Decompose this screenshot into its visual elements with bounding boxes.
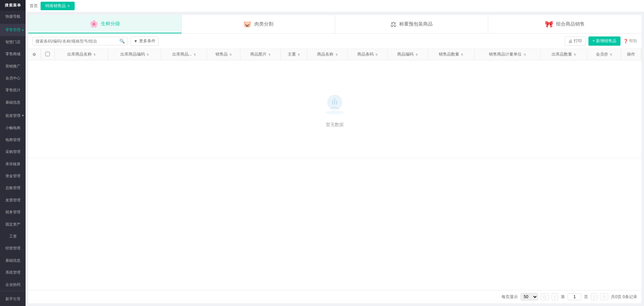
search-box[interactable]: 🔍 <box>32 37 128 45</box>
sidebar-item-invoice-mgmt[interactable]: 发票管理 <box>0 194 26 206</box>
cat-tab-combo-sale[interactable]: 🎀 组合商品销售 <box>488 15 641 33</box>
svg-point-0 <box>325 110 344 114</box>
sidebar-item-sys-mgmt[interactable]: 系统管理 <box>0 266 26 278</box>
col-out-code-label: 出库商品编码 <box>120 52 145 57</box>
page-prev-button[interactable]: ⟨ <box>552 293 558 300</box>
sort-icon-out-name: ⇅ <box>93 53 96 56</box>
col-checkbox[interactable] <box>41 49 55 60</box>
filter-button[interactable]: ▼ 更多条件 <box>131 36 159 46</box>
breadcrumb-home[interactable]: 首页 <box>30 3 38 9</box>
data-table: ⚙ 出库商品名称 ⇅ 出库商品编码 ⇅ 出库商品... ⇅ <box>28 49 641 158</box>
col-goods-name-label: 商品名称 <box>317 52 333 57</box>
col-sale-item[interactable]: 销售品 ⇅ <box>207 49 240 60</box>
sidebar-item-basic-info2[interactable]: 基础信息 <box>0 255 26 266</box>
col-sale-unit[interactable]: 销售商品计量单位 ⇅ <box>474 49 541 60</box>
pagination-bar: 每页显示 10 20 50 100 ⟨⟨ ⟨ 第 页 ⟩ ⟩⟩ 共0页 0条记录 <box>28 290 641 303</box>
select-all-checkbox[interactable] <box>45 52 50 56</box>
help-label: 帮助 <box>629 38 637 44</box>
new-button[interactable]: + 新增销售品 <box>588 36 620 46</box>
sort-icon-out-spec: ⇅ <box>194 53 196 56</box>
help-button[interactable]: ❓ 帮助 <box>623 38 637 44</box>
close-tab-icon[interactable]: ✕ <box>67 4 70 8</box>
sidebar-logo[interactable]: 搜索菜单 <box>0 0 26 11</box>
page-last-button[interactable]: ⟩⟩ <box>600 293 608 300</box>
sidebar-item-marketing[interactable]: 营销推广 <box>0 60 26 72</box>
sidebar-item-retail-mall[interactable]: 零售商城 <box>0 48 26 60</box>
sidebar-item-smart-store[interactable]: 智慧门店 <box>0 36 26 48</box>
col-out-qty[interactable]: 出库品数量 ⇅ <box>541 49 587 60</box>
sidebar-item-basic-info[interactable]: 基础信息 <box>0 96 26 108</box>
cat-tab-weight-pkg-label: 称重预包装商品 <box>399 21 433 27</box>
page-size-label: 每页显示 <box>501 294 518 300</box>
sidebar-item-ecom-mgmt[interactable]: 电商管理 <box>0 134 26 146</box>
cat-tab-weight-pkg[interactable]: ⚖ 称重预包装商品 <box>335 15 489 33</box>
sort-icon-sale-qty: ⇅ <box>461 53 463 56</box>
sidebar-item-mini-ecom[interactable]: 小畅电商 <box>0 122 26 134</box>
sidebar-item-ops-mgmt[interactable]: 经营管理 <box>0 242 26 254</box>
settings-icon-btn[interactable]: ⚙ <box>0 304 26 306</box>
combo-sale-icon: 🎀 <box>545 20 553 28</box>
sidebar-item-member-center[interactable]: 会员中心 <box>0 72 26 84</box>
sidebar-item-quick-nav[interactable]: 快捷导航 <box>0 11 26 22</box>
active-tab-label: 特殊销售品 <box>45 3 66 9</box>
page-size-select[interactable]: 10 20 50 100 <box>521 293 538 301</box>
cat-tab-meat-cut[interactable]: 🐷 肉类分割 <box>182 15 335 33</box>
cat-tab-fresh-grade-label: 生鲜分级 <box>101 21 120 27</box>
col-img[interactable]: 商品图片 ⇅ <box>240 49 281 60</box>
sidebar-item-salary[interactable]: 工资 <box>0 230 26 242</box>
active-tab-pill[interactable]: 特殊销售品 ✕ <box>41 2 75 10</box>
search-input[interactable] <box>35 39 119 44</box>
col-out-spec[interactable]: 出库商品... ⇅ <box>161 49 207 60</box>
sort-icon-goods-name: ⇅ <box>335 53 338 56</box>
print-button[interactable]: 🖨 打印 <box>565 36 586 46</box>
col-barcode-label: 商品条码 <box>357 52 374 57</box>
new-label: + 新增销售品 <box>593 38 616 44</box>
col-weight[interactable]: 主重 ⇅ <box>281 49 308 60</box>
page-suffix: 页 <box>584 294 588 300</box>
col-member-price[interactable]: 会员价 ⇅ <box>587 49 621 60</box>
cat-tab-fresh-grade[interactable]: 🌸 生鲜分级 <box>28 15 182 33</box>
sidebar-item-newbie[interactable]: 新手引导 <box>0 294 26 304</box>
page-label: 第 <box>561 294 565 300</box>
toolbar-right: 🖨 打印 + 新增销售品 ❓ 帮助 <box>565 36 637 46</box>
sidebar-item-tax-mgmt[interactable]: 税务管理 <box>0 206 26 218</box>
sort-icon-barcode: ⇅ <box>375 53 378 56</box>
empty-illustration <box>321 90 348 118</box>
col-out-code[interactable]: 出库商品编码 ⇅ <box>108 49 161 60</box>
filter-label: 更多条件 <box>139 38 155 44</box>
svg-rect-3 <box>332 100 333 105</box>
col-goods-code[interactable]: 商品编码 ⇅ <box>388 49 428 60</box>
col-settings[interactable]: ⚙ <box>28 49 41 60</box>
sidebar-item-retail-stats[interactable]: 零售统计 <box>0 84 26 96</box>
sidebar-item-inventory[interactable]: 库存核算 <box>0 158 26 170</box>
sidebar-item-capital-mgmt[interactable]: 资金管理 <box>0 170 26 182</box>
page-next-button[interactable]: ⟩ <box>591 293 597 300</box>
sidebar-item-wholesale-mgmt[interactable]: 批发管理 <box>0 110 26 122</box>
sort-icon-img: ⇅ <box>268 53 271 56</box>
col-out-spec-label: 出库商品... <box>172 52 192 57</box>
col-barcode[interactable]: 商品条码 ⇅ <box>347 49 388 60</box>
sidebar-item-purchase-mgmt[interactable]: 采购管理 <box>0 146 26 158</box>
search-icon[interactable]: 🔍 <box>119 39 125 44</box>
sidebar-item-retail-mgmt[interactable]: 零售管理 <box>0 24 26 36</box>
page-first-button[interactable]: ⟨⟨ <box>541 293 549 300</box>
col-out-name[interactable]: 出库商品名称 ⇅ <box>55 49 108 60</box>
col-member-price-label: 会员价 <box>596 52 608 57</box>
sidebar-item-corp-agreement[interactable]: 企业协同 <box>0 279 26 291</box>
col-out-name-label: 出库商品名称 <box>67 52 92 57</box>
sort-icon-weight: ⇅ <box>298 53 300 56</box>
col-sale-unit-label: 销售商品计量单位 <box>489 52 522 57</box>
col-weight-label: 主重 <box>288 52 296 57</box>
sidebar-item-fixed-assets[interactable]: 固定资产 <box>0 218 26 230</box>
page-number-input[interactable] <box>568 293 581 300</box>
page-area: 🌸 生鲜分级 🐷 肉类分割 ⚖ 称重预包装商品 🎀 组合商品销售 🔍 <box>28 15 641 303</box>
svg-rect-4 <box>334 98 335 105</box>
sidebar-item-ledger-mgmt[interactable]: 总账管理 <box>0 182 26 194</box>
col-goods-name[interactable]: 商品名称 ⇅ <box>308 49 348 60</box>
cat-tab-combo-sale-label: 组合商品销售 <box>556 21 585 27</box>
col-sale-qty-label: 销售品数量 <box>439 52 459 57</box>
main-content: 首页 特殊销售品 ✕ 🌸 生鲜分级 🐷 肉类分割 ⚖ 称重预包装商品 🎀 组合商… <box>26 0 644 306</box>
col-ops: 操作 <box>621 49 641 60</box>
col-sale-qty[interactable]: 销售品数量 ⇅ <box>428 49 474 60</box>
weight-pkg-icon: ⚖ <box>390 20 396 28</box>
